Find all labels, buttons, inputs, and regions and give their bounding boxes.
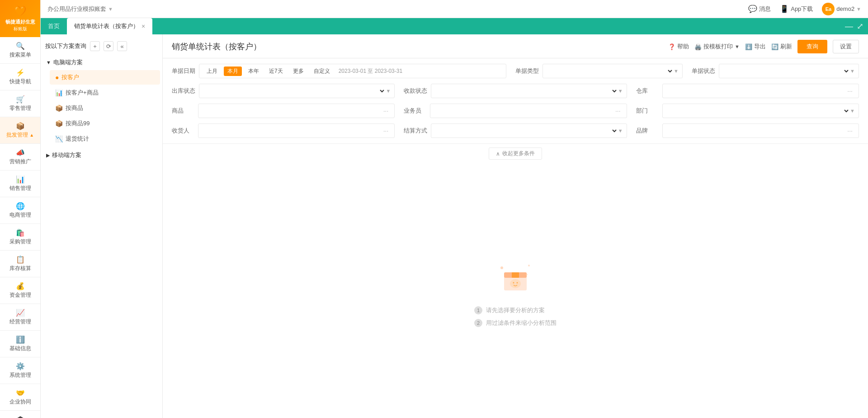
date-btn-this-year[interactable]: 本年 <box>245 66 263 76</box>
doc-status-arrow-icon: ▼ <box>850 68 855 74</box>
tab-maximize-icon[interactable]: ⤢ <box>857 21 863 31</box>
department-arrow-icon: ▼ <box>850 108 855 114</box>
industry-selector[interactable]: 办公用品行业模拟账套 ▼ <box>47 5 113 13</box>
collapse-panel-btn[interactable]: « <box>117 41 127 51</box>
app-name: 畅捷通好生意 <box>5 19 35 24</box>
sidebar-item-purchase[interactable]: 🛍️ 采购管理 <box>0 224 40 251</box>
tab-home[interactable]: 首页 <box>41 18 67 34</box>
tab-sales-stats[interactable]: 销货单统计表（按客户） × <box>67 18 152 34</box>
scheme-item-by-customer-product[interactable]: 📊 按客户+商品 <box>50 86 160 100</box>
sidebar-item-retail[interactable]: 🛒 零售管理 <box>0 90 40 117</box>
left-panel: 按以下方案查询 + ⟳ « ▼ 电脑端方案 ● <box>41 34 163 418</box>
collect-status-select[interactable] <box>435 87 618 95</box>
search-menu-icon: 🔍 <box>2 42 38 50</box>
brand-input[interactable] <box>666 128 845 134</box>
brand-label: 品牌 <box>636 127 659 135</box>
doc-type-control[interactable]: ▼ <box>542 64 683 78</box>
sidebar-item-ecommerce[interactable]: 🌐 电商管理 <box>0 197 40 224</box>
warehouse-label: 仓库 <box>636 87 659 95</box>
payment-control[interactable]: ▼ <box>431 124 627 138</box>
sidebar-label: 快捷导航 <box>9 78 31 85</box>
app-download-btn[interactable]: 📱 App下载 <box>780 5 813 13</box>
payment-select[interactable] <box>435 127 618 135</box>
template-print-btn[interactable]: 🖨️ 按模板打印 ▼ <box>694 43 740 51</box>
sidebar-item-basic[interactable]: ℹ️ 基础信息 <box>0 331 40 357</box>
filter-department: 部门 ▼ <box>636 104 859 118</box>
sidebar-item-system[interactable]: ⚙️ 系统管理 <box>0 357 40 384</box>
salesperson-more-icon[interactable]: ··· <box>613 107 623 114</box>
receiver-control[interactable]: ··· <box>198 124 395 138</box>
help-label: 帮助 <box>677 43 689 51</box>
scheme-item-return-stats[interactable]: 📉 退货统计 <box>50 132 160 146</box>
department-select[interactable] <box>666 107 850 115</box>
sidebar-item-finance[interactable]: 💰 资金管理 <box>0 277 40 304</box>
brand-more-icon[interactable]: ··· <box>845 127 855 134</box>
refresh-scheme-btn[interactable]: ⟳ <box>104 41 113 51</box>
salesperson-input[interactable] <box>434 108 613 114</box>
out-status-label: 出库状态 <box>172 87 195 95</box>
app-sub: 标账版 <box>14 26 27 31</box>
doc-type-select[interactable] <box>547 67 674 75</box>
tab-close-icon[interactable]: × <box>142 23 145 30</box>
doc-status-control[interactable]: ▼ <box>719 64 859 78</box>
product-control[interactable]: ··· <box>198 104 395 118</box>
industry-label: 办公用品行业模拟账套 <box>47 5 106 13</box>
sidebar-item-sales[interactable]: 📊 销售管理 <box>0 171 40 197</box>
scheme-item-by-product[interactable]: 📦 按商品 <box>50 101 160 115</box>
doc-status-select[interactable] <box>723 67 850 75</box>
salesperson-control[interactable]: ··· <box>430 104 627 118</box>
panel-title: 按以下方案查询 <box>45 42 86 50</box>
wholesale-icon: 📦 <box>2 122 38 130</box>
sidebar-item-quick-nav[interactable]: ⚡ 快捷导航 <box>0 64 40 90</box>
avatar-text: Ea <box>826 6 831 12</box>
date-btn-last-month[interactable]: 上月 <box>203 66 221 76</box>
scheme-item-by-customer[interactable]: ● 按客户 <box>50 70 160 85</box>
out-status-control[interactable]: ▼ <box>199 84 395 98</box>
date-btn-this-month[interactable]: 本月 <box>224 66 242 76</box>
refresh-btn[interactable]: 🔄 刷新 <box>771 43 792 51</box>
sidebar-item-operation[interactable]: 📈 经营管理 <box>0 304 40 331</box>
scheme-group-mobile-title[interactable]: ▶ 移动端方案 <box>41 148 162 162</box>
user-menu[interactable]: Ea demo2 ▼ <box>822 3 861 15</box>
out-status-select[interactable] <box>203 87 386 95</box>
filter-doc-type: 单据类型 ▼ <box>515 64 683 78</box>
receiver-input[interactable] <box>202 128 381 134</box>
tab-home-label: 首页 <box>48 22 60 30</box>
product-input[interactable] <box>202 108 381 114</box>
scheme-item-by-product-99[interactable]: 📦 按商品99 <box>50 116 160 131</box>
warehouse-control[interactable]: ··· <box>662 84 859 98</box>
tab-minimize-icon[interactable]: — <box>845 22 853 31</box>
print-dropdown-icon: ▼ <box>735 44 740 49</box>
date-btn-more[interactable]: 更多 <box>289 66 307 76</box>
svg-point-7 <box>513 282 514 284</box>
svg-point-8 <box>517 282 518 284</box>
brand-control[interactable]: ··· <box>662 124 859 138</box>
date-btn-custom[interactable]: 自定义 <box>310 66 334 76</box>
sidebar-item-search-menu[interactable]: 🔍 搜索菜单 <box>0 37 40 64</box>
message-btn[interactable]: 💬 消息 <box>748 5 771 13</box>
add-scheme-btn[interactable]: + <box>90 41 100 51</box>
app-icon: 📱 <box>780 5 789 13</box>
warehouse-input[interactable] <box>666 88 845 95</box>
sidebar-item-newbie[interactable]: 🎓 新手引导 <box>0 411 40 418</box>
sidebar-item-enterprise[interactable]: 🤝 企业协同 <box>0 384 40 411</box>
receiver-more-icon[interactable]: ··· <box>381 127 391 134</box>
warehouse-more-icon[interactable]: ··· <box>845 87 855 95</box>
filter-warehouse: 仓库 ··· <box>636 84 859 98</box>
collapse-button[interactable]: ∧ 收起更多条件 <box>489 147 542 160</box>
export-btn[interactable]: ⬇️ 导出 <box>745 43 766 51</box>
sidebar-item-wholesale[interactable]: 📦 批发管理 ▲ <box>0 117 40 144</box>
help-btn[interactable]: ❓ 帮助 <box>668 43 689 51</box>
department-control[interactable]: ▼ <box>662 104 859 118</box>
app-logo[interactable]: 🧡 畅捷通好生意 标账版 <box>0 0 40 37</box>
sidebar-item-inventory[interactable]: 📋 库存核算 <box>0 251 40 277</box>
product-more-icon[interactable]: ··· <box>381 107 391 114</box>
sales-icon: 📊 <box>2 175 38 184</box>
scheme-group-pc-title[interactable]: ▼ 电脑端方案 <box>41 56 162 69</box>
marketing-icon: 📣 <box>2 148 38 157</box>
date-btn-7-days[interactable]: 近7天 <box>265 66 287 76</box>
query-button[interactable]: 查询 <box>797 40 827 53</box>
settings-button[interactable]: 设置 <box>833 40 859 53</box>
sidebar-item-marketing[interactable]: 📣 营销推广 <box>0 144 40 171</box>
collect-status-control[interactable]: ▼ <box>431 84 627 98</box>
